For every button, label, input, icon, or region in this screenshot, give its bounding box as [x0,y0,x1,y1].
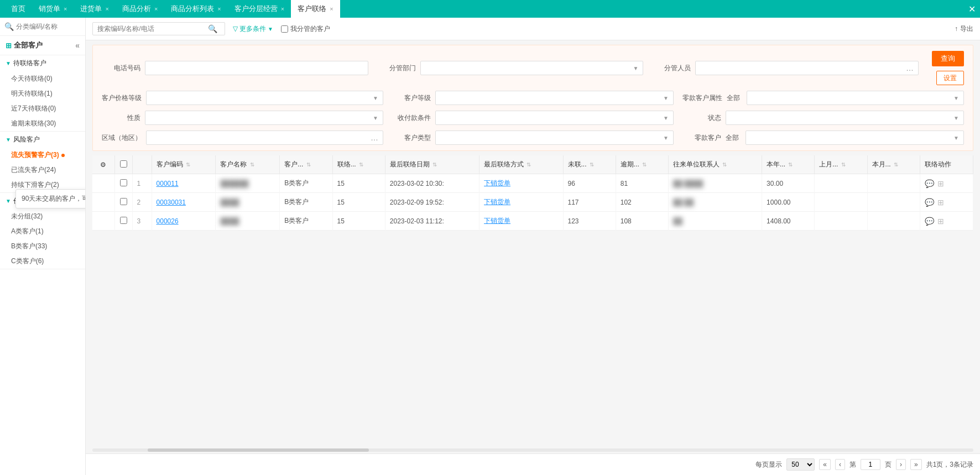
close-customer-contact-tab[interactable]: × [330,6,333,12]
sidebar-collapse-icon[interactable]: « [75,41,80,50]
filter-customer-level-select[interactable]: ▼ [435,91,674,105]
more-region-icon[interactable]: … [371,133,378,142]
chat-icon-3[interactable]: 💬 [925,217,934,226]
grid-action-icon-3[interactable]: ⊞ [937,217,944,226]
filter-zero-customer-select[interactable]: ▼ [746,131,964,145]
sort-method-icon[interactable]: ⇅ [527,161,531,168]
sidebar-item-today[interactable]: 今天待联络(0) [0,71,85,86]
nav-tab-customer-contact[interactable]: 客户联络 × [291,0,340,18]
settings-btn[interactable]: 设置 [936,71,964,85]
filter-cust-type-label: 客户类型 [392,133,431,143]
nav-tab-sales[interactable]: 销货单 × [32,0,74,18]
search-submit-icon[interactable]: 🔍 [208,24,217,33]
next-page-btn[interactable]: › [896,459,906,470]
filter-gender-field: 性质 ▼ [102,111,383,125]
sort-this-month-icon[interactable]: ⇅ [894,161,898,168]
filter-dept-select[interactable]: ▼ [420,61,644,75]
search-input[interactable] [97,25,208,33]
last-page-btn[interactable]: » [910,459,922,470]
nav-home[interactable]: 首页 [4,0,32,18]
query-btn[interactable]: 查询 [932,51,964,66]
sidebar-item-c-class[interactable]: C类客户(6) [0,254,85,269]
sidebar-all-customers[interactable]: ⊞ 全部客户 « [0,36,85,55]
more-conditions-btn[interactable]: ▽ 更多条件 ▼ [230,23,277,35]
filter-price-level-field: 客户价格等级 ▼ [102,91,383,105]
window-close-btn[interactable]: ✕ [968,4,976,14]
sidebar-item-overdue[interactable]: 逾期未联络(30) [0,116,85,131]
table-scrollbar[interactable] [86,447,980,453]
td-method-2[interactable]: 下销货单 [479,193,563,212]
close-purchase-tab[interactable]: × [105,6,108,12]
page-input[interactable] [861,459,880,470]
sort-contact-icon[interactable]: ⇅ [359,161,363,168]
row-checkbox-3[interactable] [120,217,127,224]
export-btn[interactable]: ↑ 导出 [955,24,973,34]
more-person-icon[interactable]: … [906,64,914,72]
td-unit-3: ██ [668,212,762,231]
row-checkbox-1[interactable] [120,179,127,186]
sidebar-item-ungroup[interactable]: 未分组(32) [0,209,85,224]
td-method-1[interactable]: 下销货单 [479,174,563,193]
filter-cust-type-select[interactable]: ▼ [435,131,674,145]
select-all-checkbox[interactable] [120,160,127,168]
chat-icon-2[interactable]: 💬 [925,198,934,207]
filter-person-select[interactable]: … [695,61,919,75]
nav-tab-product-list[interactable]: 商品分析列表 × [164,0,227,18]
grid-action-icon-1[interactable]: ⊞ [937,179,944,188]
close-product-analysis-tab[interactable]: × [154,6,158,12]
filter-region-select[interactable]: … [146,131,383,145]
query-btn-group: 查询 设置 [932,51,964,85]
per-page-select[interactable]: 50 100 200 [786,458,815,471]
filter-price-level-select[interactable]: ▼ [146,91,383,105]
sidebar-item-churn-warning[interactable]: 流失预警客户(3) [0,148,85,163]
prev-page-btn[interactable]: ‹ [835,459,845,470]
td-name-1: ██████ [216,174,280,193]
sort-last-month-icon[interactable]: ⇅ [841,161,846,168]
sort-date-icon[interactable]: ⇅ [432,161,437,168]
sidebar-item-b-class[interactable]: B类客户(33) [0,239,85,254]
first-page-btn[interactable]: « [819,459,831,470]
sidebar-item-tomorrow[interactable]: 明天待联络(1) [0,86,85,101]
sort-this-year-icon[interactable]: ⇅ [788,161,793,168]
th-last-month: 上月... ⇅ [815,155,867,174]
sort-type-icon[interactable]: ⇅ [306,161,311,168]
table-header-row: ⚙ 客户编码 ⇅ 客户名称 ⇅ 客户... ⇅ [92,155,973,174]
sort-overdue-icon[interactable]: ⇅ [642,161,647,168]
sidebar-group-risk-header[interactable]: ▼ 风险客户 [0,132,85,148]
close-sales-tab[interactable]: × [64,6,67,12]
filter-payment-select[interactable]: ▼ [435,111,674,125]
my-customers-checkbox-wrap[interactable]: 我分管的客户 [281,24,330,34]
chat-icon-1[interactable]: 💬 [925,179,934,188]
td-code-2[interactable]: 00030031 [152,193,216,212]
td-code-3[interactable]: 000026 [152,212,216,231]
sort-code-icon[interactable]: ⇅ [186,161,190,168]
filter-status-select[interactable]: ▼ [726,111,964,125]
sort-unit-contact-icon[interactable]: ⇅ [722,161,727,168]
sort-no-contact-icon[interactable]: ⇅ [590,161,594,168]
settings-gear-icon[interactable]: ⚙ [100,161,106,169]
filter-gender-select[interactable]: ▼ [145,111,383,125]
td-code-1[interactable]: 000011 [152,174,216,193]
filter-phone-input[interactable] [145,61,368,75]
row-checkbox-2[interactable] [120,198,127,205]
chevron-status-icon: ▼ [953,115,959,121]
scroll-thumb[interactable] [148,448,369,452]
sort-name-icon[interactable]: ⇅ [250,161,254,168]
sidebar-item-a-class[interactable]: A类客户(1) [0,224,85,239]
sidebar-item-churned[interactable]: 已流失客户(24) [0,163,85,178]
close-customer-segment-tab[interactable]: × [281,6,284,12]
grid-action-icon-2[interactable]: ⊞ [937,198,944,207]
sidebar-item-7days[interactable]: 近7天待联络(0) [0,101,85,116]
filter-zero-attr-select[interactable]: ▼ [747,91,964,105]
nav-tab-purchase[interactable]: 进货单 × [74,0,115,18]
sidebar-search-input[interactable] [16,23,81,30]
filter-zero-customer-label: 零款客户 [682,133,721,143]
nav-tab-customer-segment[interactable]: 客户分层经营 × [228,0,291,18]
filter-customer-level-field: 客户等级 ▼ [392,91,674,105]
my-customers-checkbox[interactable] [281,25,288,33]
nav-tab-product-analysis[interactable]: 商品分析 × [116,0,164,18]
close-product-list-tab[interactable]: × [217,6,221,12]
td-method-3[interactable]: 下销货单 [479,212,563,231]
td-this-month-2 [867,193,920,212]
sidebar-group-pending-header[interactable]: ▼ 待联络客户 [0,55,85,71]
